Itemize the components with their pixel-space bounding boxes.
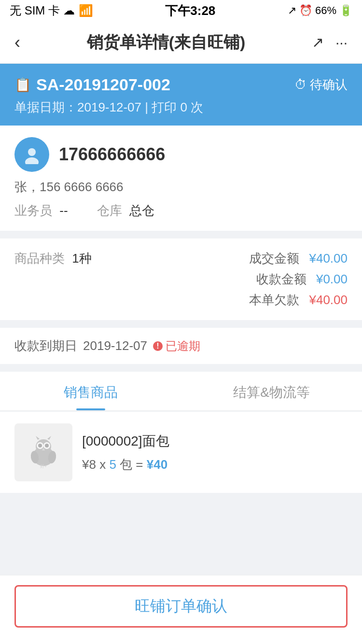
status-left: 无 SIM 卡 ☁ 📶 — [10, 3, 93, 18]
customer-meta: 业务员 -- 仓库 总仓 — [14, 202, 348, 219]
customer-name: 张，156 6666 6666 — [14, 179, 348, 196]
sim-label: 无 SIM 卡 ☁ — [10, 3, 75, 18]
back-button[interactable]: ‹ — [14, 32, 20, 53]
svg-text:野+: 野+ — [40, 464, 47, 469]
svg-point-6 — [38, 444, 42, 448]
due-date-value: 2019-12-07 — [83, 338, 147, 353]
order-date: 单据日期：2019-12-07 | 打印 0 次 — [14, 99, 348, 116]
sales-rep-value: -- — [59, 203, 68, 218]
bottom-bar: 旺铺订单确认 — [0, 575, 362, 644]
deal-amount-value: ¥40.00 — [309, 251, 348, 266]
share-icon[interactable]: ↗ — [312, 34, 324, 51]
svg-marker-12 — [47, 436, 51, 440]
equals-sign: = — [136, 457, 146, 472]
warehouse-label: 仓库 — [97, 203, 122, 218]
product-name: [0000002]面包 — [82, 432, 348, 450]
battery-icon: 🔋 — [339, 4, 352, 17]
status-right: ↗ ⏰ 66% 🔋 — [288, 4, 352, 17]
due-date-row: 收款到期日 2019-12-07 ! 已逾期 — [0, 328, 362, 364]
overdue-text: 已逾期 — [166, 338, 200, 354]
product-type-label: 商品种类 — [14, 251, 65, 266]
owed-amount-label: 本单欠款 — [249, 292, 299, 308]
deal-amount-label: 成交金额 — [249, 250, 299, 267]
clock-icon: ⏱ — [294, 77, 307, 92]
amounts-section: 成交金额 ¥40.00 收款金额 ¥0.00 本单欠款 ¥40.00 — [249, 250, 348, 308]
deal-amount-row: 成交金额 ¥40.00 — [249, 250, 348, 267]
order-status-badge: ⏱ 待确认 — [294, 76, 348, 93]
svg-point-7 — [45, 444, 49, 448]
alarm-icon: ⏰ — [299, 4, 312, 17]
product-type-field: 商品种类 1种 — [14, 250, 92, 267]
order-status-text: 待确认 — [310, 76, 348, 93]
received-amount-label: 收款金额 — [256, 271, 306, 288]
svg-point-1 — [25, 157, 39, 164]
received-amount-row: 收款金额 ¥0.00 — [256, 271, 348, 288]
product-price-row: ¥8 x 5 包 = ¥40 — [82, 456, 348, 473]
owed-amount-row: 本单欠款 ¥40.00 — [249, 292, 348, 308]
product-thumbnail: 野+ — [14, 423, 72, 481]
product-total: ¥40 — [147, 457, 167, 472]
product-name-text: 面包 — [142, 434, 169, 448]
summary-card: 商品种类 1种 成交金额 ¥40.00 收款金额 ¥0.00 本单欠款 ¥40.… — [0, 238, 362, 320]
product-qty: 5 — [109, 457, 116, 472]
warehouse-field: 仓库 总仓 — [97, 202, 154, 219]
sales-rep-label: 业务员 — [14, 203, 52, 218]
customer-phone: 17666666666 — [59, 144, 165, 165]
nav-actions: ↗ ··· — [312, 34, 348, 51]
due-date-label: 收款到期日 — [14, 337, 77, 354]
avatar — [14, 137, 49, 172]
svg-point-0 — [28, 148, 36, 156]
tab-settlement-label: 结算&物流等 — [233, 385, 310, 400]
customer-card: 17666666666 张，156 6666 6666 业务员 -- 仓库 总仓 — [0, 126, 362, 231]
order-number: 📋 SA-20191207-002 — [14, 75, 170, 94]
overdue-badge: ! 已逾期 — [153, 338, 200, 354]
nav-bar: ‹ 销货单详情(来自旺铺) ↗ ··· — [0, 21, 362, 64]
product-type-value: 1种 — [72, 251, 91, 266]
tab-sales-products-label: 销售商品 — [64, 385, 118, 400]
product-info: [0000002]面包 ¥8 x 5 包 = ¥40 — [82, 432, 348, 473]
more-icon[interactable]: ··· — [335, 34, 348, 51]
confirm-order-button[interactable]: 旺铺订单确认 — [14, 585, 348, 628]
overdue-icon: ! — [153, 341, 163, 351]
product-section: 野+ [0000002]面包 ¥8 x 5 包 = ¥40 — [0, 412, 362, 493]
battery-label: 66% — [315, 4, 336, 17]
owed-amount-value: ¥40.00 — [309, 293, 348, 308]
wifi-icon: 📶 — [79, 4, 93, 17]
multiply-sign: x — [99, 457, 109, 472]
status-bar: 无 SIM 卡 ☁ 📶 下午3:28 ↗ ⏰ 66% 🔋 — [0, 0, 362, 21]
warehouse-value: 总仓 — [129, 203, 154, 218]
location-icon: ↗ — [288, 4, 296, 17]
tabs-bar: 销售商品 结算&物流等 — [0, 372, 362, 411]
sales-rep-field: 业务员 -- — [14, 202, 68, 219]
product-code: [0000002] — [82, 434, 142, 448]
tab-sales-products[interactable]: 销售商品 — [0, 372, 181, 410]
status-time: 下午3:28 — [165, 2, 215, 19]
unit-text: 包 — [120, 457, 132, 472]
order-number-text: SA-20191207-002 — [36, 75, 170, 94]
tab-settlement[interactable]: 结算&物流等 — [181, 372, 362, 410]
confirm-order-label: 旺铺订单确认 — [135, 596, 227, 617]
order-header-card: 📋 SA-20191207-002 ⏱ 待确认 单据日期：2019-12-07 … — [0, 64, 362, 126]
received-amount-value: ¥0.00 — [316, 272, 348, 287]
unit-price: ¥8 — [82, 457, 96, 472]
svg-marker-11 — [36, 436, 40, 440]
order-icon: 📋 — [14, 77, 31, 93]
page-title: 销货单详情(来自旺铺) — [87, 31, 246, 54]
product-item: 野+ [0000002]面包 ¥8 x 5 包 = ¥40 — [0, 412, 362, 493]
